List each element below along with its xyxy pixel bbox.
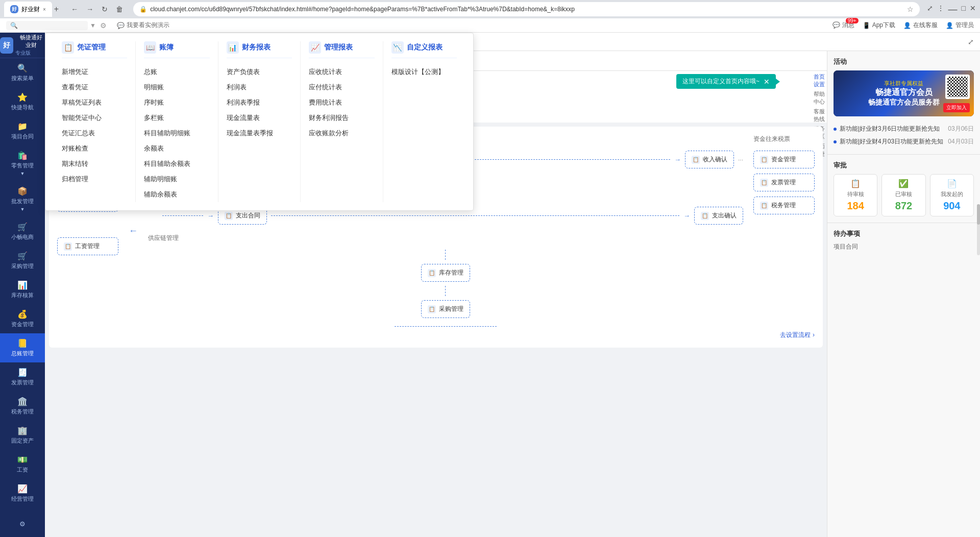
message-btn[interactable]: 💬 消息 99+ — [832, 21, 854, 30]
mgmt-report-header: 📈 管理报表 — [309, 41, 374, 58]
dropdown-item-aux-balance[interactable]: 辅助余额表 — [144, 187, 209, 202]
supply-label: 供应链管理 — [148, 234, 179, 242]
right-scrollbar-thumb[interactable] — [977, 204, 980, 225]
expense-confirm-box[interactable]: 📋 支出确认 — [694, 207, 743, 225]
dropdown-item-subject-aux-balance[interactable]: 科目辅助余额表 — [144, 156, 209, 172]
voucher-header-label: 凭证管理 — [77, 43, 106, 52]
invoice-mgmt-label: 发票管理 — [771, 178, 796, 187]
sidebar-item-accounting[interactable]: 📒 总账管理 — [0, 333, 45, 362]
bookmark-icon[interactable]: ☆ — [907, 5, 914, 13]
extension-icon[interactable]: ⤢ — [927, 4, 933, 15]
search-bar[interactable]: 🔍 — [6, 21, 88, 30]
approval-card-pending[interactable]: 📋 待审核 184 — [834, 174, 877, 216]
sidebar-item-assets[interactable]: 🏢 固定资产 — [0, 421, 45, 450]
online-service-btn[interactable]: 👤 在线客服 — [903, 21, 938, 30]
tax-mgmt-box[interactable]: 📋 税务管理 — [753, 197, 815, 214]
app-download-btn[interactable]: 📱 App下载 — [863, 21, 895, 30]
app-name: 畅捷通好业财 — [17, 34, 45, 48]
settings-gear-icon: ⚙ — [19, 520, 26, 528]
sidebar-item-purchase[interactable]: 🛒 采购管理 — [0, 246, 45, 275]
join-btn[interactable]: 立即加入 — [943, 103, 970, 112]
income-confirm-box[interactable]: 📋 收入确认 — [685, 151, 734, 168]
sidebar-item-shortcut[interactable]: ⭐ 快捷导航 — [0, 87, 45, 116]
initiated-num: 904 — [935, 200, 969, 212]
demo-link[interactable]: 💬 我要看实例演示 — [117, 21, 169, 30]
address-bar[interactable]: 🔒 cloud.chanjet.com/cc/u6d89qwnryel/57bf… — [133, 2, 919, 16]
dropdown-item-general-ledger[interactable]: 总账 — [144, 64, 209, 80]
dropdown-item-cashflow[interactable]: 现金流量表 — [227, 110, 292, 126]
customize-tip-close[interactable]: ✕ — [764, 78, 770, 86]
dropdown-item-journal[interactable]: 序时账 — [144, 95, 209, 110]
sidebar-settings-btn[interactable]: ⚙ — [5, 516, 40, 532]
news-item-1[interactable]: 新功能|好业财3月6日功能更新抢先知 03月06日 — [834, 123, 974, 135]
maximize-icon[interactable]: □ — [962, 4, 966, 15]
sidebar-item-salary[interactable]: 💵 工资 — [0, 450, 45, 479]
dropdown-item-cashflow-quarterly[interactable]: 现金流量表季报 — [227, 126, 292, 141]
dropdown-item-balance-sheet[interactable]: 资产负债表 — [227, 64, 292, 80]
refresh-btn[interactable]: ↻ — [99, 3, 111, 15]
sidebar-item-tax[interactable]: 🏛️ 税务管理 — [0, 392, 45, 421]
dropdown-item-receivable-summary[interactable]: 应收统计表 — [309, 64, 374, 80]
sidebar-item-retail[interactable]: 🛍️ 零售管理 ▼ — [0, 145, 45, 181]
dropdown-item-payable-summary[interactable]: 应付统计表 — [309, 80, 374, 95]
purchase-mgmt-box[interactable]: 📋 采购管理 — [421, 300, 470, 318]
customer-hotline-btn[interactable]: 客服热线 — [814, 108, 825, 123]
activity-title: 活动 — [834, 57, 974, 66]
activity-banner[interactable]: 享社群专属权益 畅捷通官方会员 畅捷通官方会员服务群 立即加入 — [834, 70, 974, 116]
settings-menu-icon[interactable]: ⋮ — [937, 4, 944, 15]
salary-mgmt-box[interactable]: 📋 工资管理 — [57, 237, 118, 255]
dropdown-item-expense-summary[interactable]: 费用统计表 — [309, 95, 374, 110]
sidebar-item-invoice[interactable]: 🧾 发票管理 — [0, 362, 45, 392]
dropdown-item-aux-detail[interactable]: 辅助明细账 — [144, 172, 209, 187]
dropdown-item-add-voucher[interactable]: 新增凭证 — [62, 64, 127, 80]
dropdown-item-subject-detail[interactable]: 科目辅助明细账 — [144, 126, 209, 141]
help-center-btn[interactable]: 帮助中心 — [814, 90, 825, 106]
dropdown-item-profit-quarterly[interactable]: 利润表季报 — [227, 95, 292, 110]
setup-flow-link[interactable]: 去设置流程 — [780, 331, 811, 338]
delete-btn[interactable]: 🗑 — [113, 3, 126, 15]
sidebar-item-inventory[interactable]: 📊 库存核算 — [0, 275, 45, 304]
settings-icon[interactable]: ⚙ — [100, 21, 107, 30]
sidebar-item-search[interactable]: 🔍 搜索菜单 — [0, 58, 45, 87]
user-menu[interactable]: 👤 管理员 — [946, 21, 974, 30]
invoice-mgmt-box[interactable]: 📋 发票管理 — [753, 174, 815, 191]
tab-actions: ⤢ — [968, 38, 974, 46]
sidebar-item-operations[interactable]: 📈 经营管理 — [0, 479, 45, 508]
dropdown-item-balance[interactable]: 余额表 — [144, 141, 209, 156]
sidebar-item-ecommerce[interactable]: 🛒 小畅电商 — [0, 217, 45, 246]
inventory-mgmt-box[interactable]: 📋 库存管理 — [421, 264, 470, 282]
forward-btn[interactable]: → — [83, 3, 96, 15]
dropdown-item-period-end[interactable]: 期末结转 — [62, 156, 127, 172]
dropdown-item-archive[interactable]: 归档管理 — [62, 172, 127, 187]
dropdown-item-financial-profit[interactable]: 财务利润报告 — [309, 110, 374, 126]
new-tab-btn[interactable]: + — [52, 3, 61, 16]
dropdown-item-smart-voucher[interactable]: 智能凭证中心 — [62, 110, 127, 126]
back-btn[interactable]: ← — [68, 3, 81, 15]
approval-card-reviewed[interactable]: ✅ 已审核 872 — [881, 174, 925, 216]
dropdown-item-profit-loss[interactable]: 利润表 — [227, 80, 292, 95]
dropdown-item-view-voucher[interactable]: 查看凭证 — [62, 80, 127, 95]
dropdown-item-multi-col[interactable]: 多栏账 — [144, 110, 209, 126]
tab-close-btn[interactable]: × — [43, 7, 46, 12]
dropdown-item-template-design[interactable]: 模版设计【公测】 — [391, 64, 457, 80]
sidebar-item-finance[interactable]: 💰 资金管理 — [0, 304, 45, 333]
news-item-2[interactable]: 新功能|好业财4月03日功能更新抢先知 04月03日 — [834, 135, 974, 148]
dropdown-item-draft-voucher[interactable]: 草稿凭证列表 — [62, 95, 127, 110]
pending-num: 184 — [838, 200, 873, 212]
tab-bar: 好 好业财 × + — [4, 0, 61, 18]
browser-tab[interactable]: 好 好业财 × — [4, 2, 52, 17]
close-window-icon[interactable]: ✕ — [970, 4, 976, 15]
capital-mgmt-box[interactable]: 📋 资金管理 — [753, 151, 815, 168]
approval-card-initiated[interactable]: 📄 我发起的 904 — [930, 174, 974, 216]
dropdown-item-receivable-analysis[interactable]: 应收账款分析 — [309, 126, 374, 141]
reviewed-label: 已审核 — [886, 190, 921, 198]
expand-icon[interactable]: ⤢ — [968, 38, 974, 46]
sidebar-item-project[interactable]: 📁 项目合同 — [0, 116, 45, 145]
minimize-icon[interactable]: — — [948, 4, 958, 15]
dropdown-item-voucher-summary[interactable]: 凭证汇总表 — [62, 126, 127, 141]
dropdown-item-detail-account[interactable]: 明细账 — [144, 80, 209, 95]
dropdown-item-reconcile[interactable]: 对账检查 — [62, 141, 127, 156]
dropdown-arrow[interactable]: ▼ — [90, 22, 96, 29]
sidebar-item-wholesale[interactable]: 📦 批发管理 ▼ — [0, 181, 45, 217]
home-settings-btn[interactable]: 首页设置 — [814, 73, 825, 88]
